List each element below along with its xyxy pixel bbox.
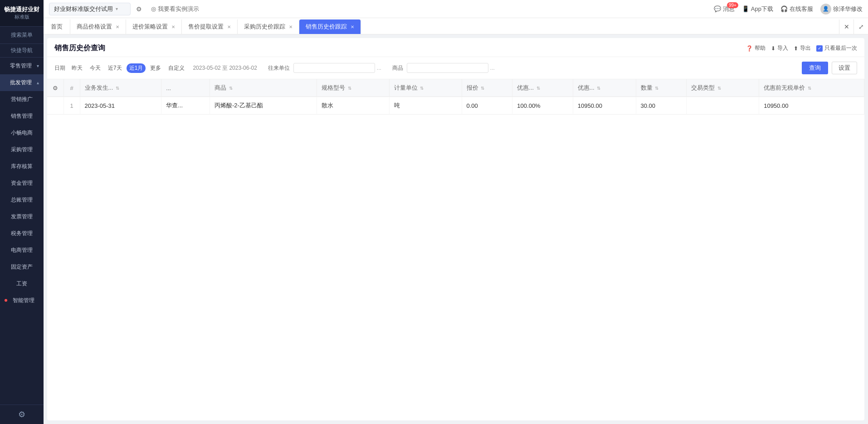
sidebar-item-assets[interactable]: 固定资产 — [0, 259, 44, 275]
col-header-more[interactable]: ... — [161, 79, 210, 97]
col-header-product[interactable]: 商品 ⇅ — [210, 79, 317, 97]
date-opt-custom[interactable]: 自定义 — [166, 63, 187, 73]
sidebar-item-ecommerce[interactable]: 电商管理 — [0, 242, 44, 259]
message-btn[interactable]: 💬 消息 99+ — [714, 5, 735, 13]
logo-title: 畅捷通好业财 — [4, 5, 40, 14]
sidebar-item-marketing[interactable]: 营销推广 — [0, 91, 44, 108]
tab-price-strategy-label: 进价策略设置 — [132, 23, 168, 31]
user-menu[interactable]: 👤 徐泽华修改 — [820, 4, 863, 14]
col-header-discount-pct[interactable]: 优惠... ⇅ — [512, 79, 573, 97]
close-window-btn[interactable]: ✕ — [839, 19, 853, 34]
sort-icon: ⇅ — [348, 86, 351, 91]
col-header-pretax-price[interactable]: 优惠前无税单价 ⇅ — [759, 79, 864, 97]
sidebar-quicknav[interactable]: 快捷导航 — [0, 44, 44, 58]
col-header-unit[interactable]: 计量单位 ⇅ — [389, 79, 462, 97]
import-label: 导入 — [777, 44, 788, 52]
tab-sale-history[interactable]: 销售历史价跟踪 ✕ — [299, 19, 361, 34]
col-header-quantity[interactable]: 数量 ⇅ — [636, 79, 687, 97]
row-trade-type — [687, 97, 759, 115]
sidebar-item-purchase[interactable]: 采购管理 — [0, 141, 44, 158]
sidebar-item-wholesale[interactable]: 批发管理 ▴ — [0, 74, 44, 91]
col-header-discount-price[interactable]: 优惠... ⇅ — [573, 79, 636, 97]
sidebar-item-tax[interactable]: 税务管理 — [0, 225, 44, 242]
product-more-btn[interactable]: ... — [490, 65, 495, 71]
filter-bar: 日期 昨天 今天 近7天 近1月 更多 自定义 2023-05-02 至 202… — [47, 57, 864, 79]
col-header-settings[interactable]: ⚙ — [47, 79, 63, 97]
tab-price-strategy[interactable]: 进价策略设置 ✕ — [126, 19, 182, 34]
tab-close-icon[interactable]: ✕ — [351, 24, 354, 29]
sort-icon: ⇅ — [420, 86, 424, 91]
source-filter-group: 往来单位 ... — [268, 63, 381, 73]
chevron-icon: ▾ — [37, 63, 39, 68]
tab-product-price[interactable]: 商品价格设置 ✕ — [70, 19, 126, 34]
only-last-checkbox[interactable]: 只看最后一次 — [816, 44, 857, 52]
sidebar-item-smart[interactable]: 智能管理 — [0, 292, 44, 309]
avatar-icon: 👤 — [823, 6, 829, 12]
row-price: 0.00 — [462, 97, 512, 115]
col-header-trade-type[interactable]: 交易类型 ⇅ — [687, 79, 759, 97]
product-input[interactable] — [407, 63, 488, 73]
table-header-row: ⚙ # 业务发生... ⇅ ... 商品 ⇅ — [47, 79, 864, 97]
import-btn[interactable]: ⬇ 导入 — [771, 44, 788, 52]
user-name: 徐泽华修改 — [833, 5, 863, 13]
help-label: 帮助 — [755, 44, 766, 52]
date-filter-label: 日期 — [54, 64, 65, 72]
sidebar-logo: 畅捷通好业财 标准版 — [0, 0, 44, 27]
workspace-gear-icon[interactable]: ⚙ — [134, 4, 144, 14]
demo-link[interactable]: ◎ 我要看实例演示 — [151, 5, 199, 13]
date-opt-more[interactable]: 更多 — [147, 63, 164, 73]
col-header-spec[interactable]: 规格型号 ⇅ — [317, 79, 389, 97]
sort-icon: ⇅ — [597, 86, 600, 91]
chevron-down-icon: ▾ — [116, 6, 118, 11]
tab-home[interactable]: 首页 — [44, 19, 70, 34]
tab-sale-price[interactable]: 售价提取设置 ✕ — [182, 19, 238, 34]
tab-bar: 首页 商品价格设置 ✕ 进价策略设置 ✕ 售价提取设置 ✕ 采购历史价跟踪 ✕ … — [44, 18, 868, 34]
settings-btn[interactable]: 设置 — [832, 62, 857, 74]
row-settings — [47, 97, 63, 115]
app-icon: 📱 — [742, 5, 749, 12]
query-btn[interactable]: 查询 — [802, 62, 828, 74]
sidebar-item-ecom[interactable]: 小畅电商 — [0, 125, 44, 141]
tab-close-icon[interactable]: ✕ — [289, 24, 293, 29]
row-quantity: 30.00 — [636, 97, 687, 115]
sidebar-settings-btn[interactable]: ⚙ — [0, 405, 44, 424]
sidebar-item-retail[interactable]: 零售管理 ▾ — [0, 58, 44, 74]
date-opt-yesterday[interactable]: 昨天 — [69, 63, 85, 73]
export-btn[interactable]: ⬆ 导出 — [794, 44, 811, 52]
sidebar-item-sales[interactable]: 销售管理 — [0, 108, 44, 125]
tab-close-icon[interactable]: ✕ — [116, 24, 119, 29]
col-header-num: # — [63, 79, 80, 97]
date-range-display: 2023-05-02 至 2023-06-02 — [193, 64, 257, 72]
help-btn[interactable]: ❓ 帮助 — [746, 44, 766, 52]
date-opt-last7[interactable]: 近7天 — [105, 63, 125, 73]
logo-sub: 标准版 — [4, 14, 40, 20]
app-download-btn[interactable]: 📱 App下载 — [742, 5, 773, 13]
sidebar-item-invoice[interactable]: 发票管理 — [0, 208, 44, 225]
dot-icon — [5, 299, 7, 302]
app-label: App下载 — [751, 5, 773, 13]
row-discount-price: 10950.00 — [573, 97, 636, 115]
col-header-business-date[interactable]: 业务发生... ⇅ — [80, 79, 161, 97]
demo-icon: ◎ — [151, 5, 156, 12]
source-input[interactable] — [293, 63, 375, 73]
tab-sale-price-label: 售价提取设置 — [188, 23, 224, 31]
sidebar-item-account[interactable]: 总账管理 — [0, 192, 44, 208]
workspace-selector[interactable]: 好业财标准版交付试用 ▾ — [49, 3, 131, 15]
sidebar-item-inventory[interactable]: 库存核算 — [0, 158, 44, 175]
date-opt-today[interactable]: 今天 — [87, 63, 103, 73]
col-header-price[interactable]: 报价 ⇅ — [462, 79, 512, 97]
sidebar-search[interactable]: 搜索菜单 — [0, 27, 44, 44]
tab-purchase-history[interactable]: 采购历史价跟踪 ✕ — [238, 19, 299, 34]
date-opt-last1m[interactable]: 近1月 — [127, 63, 146, 73]
sort-icon: ⇅ — [481, 86, 484, 91]
source-filter-label: 往来单位 — [268, 64, 290, 72]
maximize-window-btn[interactable]: ⤢ — [853, 19, 868, 34]
page-header: 销售历史价查询 ❓ 帮助 ⬇ 导入 ⬆ 导出 只看最后一次 — [47, 38, 864, 57]
tab-home-label: 首页 — [51, 23, 63, 31]
tab-close-icon[interactable]: ✕ — [227, 24, 231, 29]
sidebar-item-salary[interactable]: 工资 — [0, 275, 44, 292]
source-more-btn[interactable]: ... — [377, 65, 381, 71]
online-service-btn[interactable]: 🎧 在线客服 — [780, 5, 813, 13]
tab-close-icon[interactable]: ✕ — [171, 24, 175, 29]
sidebar-item-finance[interactable]: 资金管理 — [0, 175, 44, 192]
